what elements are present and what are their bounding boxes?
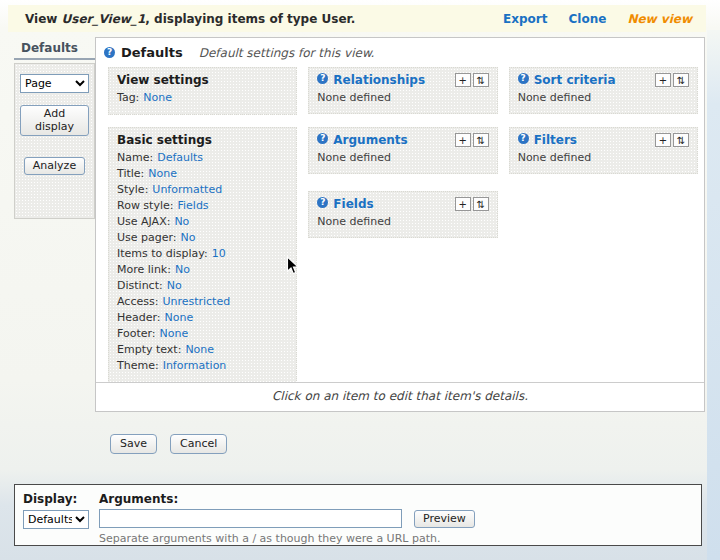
help-icon[interactable]: ? xyxy=(317,197,328,208)
help-icon[interactable]: ? xyxy=(104,47,115,58)
style-value-link[interactable]: Unformatted xyxy=(152,183,222,196)
export-link[interactable]: Export xyxy=(503,12,547,26)
add-icon[interactable]: + xyxy=(655,133,671,147)
items-value-link[interactable]: 10 xyxy=(212,247,226,260)
filters-actions: + ⇅ xyxy=(655,133,689,147)
preview-panel: Display: Defaults Arguments: Preview Sep… xyxy=(14,484,702,546)
page-edge-gradient xyxy=(707,30,720,560)
arguments-input[interactable] xyxy=(99,509,402,528)
add-icon[interactable]: + xyxy=(655,73,671,87)
analyze-button[interactable]: Analyze xyxy=(24,157,85,175)
use-ajax-value-link[interactable]: No xyxy=(174,215,189,228)
setting-row-items: Items to display:10 xyxy=(117,246,288,262)
rearrange-icon[interactable]: ⇅ xyxy=(473,133,489,147)
save-button[interactable]: Save xyxy=(110,434,157,454)
panel-header: ? Defaults Default settings for this vie… xyxy=(96,38,704,64)
display-label: Display: xyxy=(23,492,89,506)
preview-controls: Preview xyxy=(99,509,693,528)
arguments-help-text: Separate arguments with a / as though th… xyxy=(99,532,693,545)
help-icon[interactable]: ? xyxy=(518,133,529,144)
basic-settings-box: Basic settings Name:Defaults Title:None … xyxy=(108,127,297,383)
arguments-actions: + ⇅ xyxy=(455,133,489,147)
rearrange-icon[interactable]: ⇅ xyxy=(473,197,489,211)
add-icon[interactable]: + xyxy=(455,73,471,87)
theme-value-link[interactable]: Information xyxy=(163,359,227,372)
header-links: Export Clone New view xyxy=(503,12,692,26)
arguments-fields-stack: ? Arguments + ⇅ None defined ? Fields + … xyxy=(308,127,497,238)
relationships-link[interactable]: Relationships xyxy=(333,73,425,87)
view-name: User_View_1 xyxy=(62,12,146,26)
access-value-link[interactable]: Unrestricted xyxy=(162,295,230,308)
basic-settings-title: Basic settings xyxy=(117,133,288,147)
fields-empty: None defined xyxy=(317,214,488,229)
setting-row-style: Style:Unformatted xyxy=(117,182,288,198)
tab-defaults[interactable]: Defaults xyxy=(14,40,95,60)
name-value-link[interactable]: Defaults xyxy=(157,151,203,164)
setting-row-empty-text: Empty text:None xyxy=(117,342,288,358)
setting-row-name: Name:Defaults xyxy=(117,150,288,166)
edit-hint: Click on an item to edit that item's det… xyxy=(96,382,704,411)
rearrange-icon[interactable]: ⇅ xyxy=(673,133,689,147)
setting-row-row-style: Row style:Fields xyxy=(117,198,288,214)
help-icon[interactable]: ? xyxy=(518,73,529,84)
rearrange-icon[interactable]: ⇅ xyxy=(473,73,489,87)
preview-display-column: Display: Defaults xyxy=(23,492,89,545)
sort-criteria-link[interactable]: Sort criteria xyxy=(534,73,616,87)
view-settings-title: View settings xyxy=(117,73,288,87)
view-settings-box: View settings Tag:None xyxy=(108,67,297,115)
preview-display-select[interactable]: Defaults xyxy=(23,510,89,529)
tag-value-link[interactable]: None xyxy=(143,91,172,104)
rearrange-icon[interactable]: ⇅ xyxy=(673,73,689,87)
setting-row-distinct: Distinct:No xyxy=(117,278,288,294)
footer-value-link[interactable]: None xyxy=(160,327,189,340)
filters-head: ? Filters + ⇅ xyxy=(518,133,689,147)
new-view-link[interactable]: New view xyxy=(627,12,692,26)
page-title: View User_View_1, displaying items of ty… xyxy=(25,12,503,26)
view-header-bar: View User_View_1, displaying items of ty… xyxy=(8,5,706,32)
row-style-value-link[interactable]: Fields xyxy=(177,199,208,212)
help-icon[interactable]: ? xyxy=(317,73,328,84)
add-icon[interactable]: + xyxy=(455,197,471,211)
display-sidebar: Defaults Page Add display Analyze xyxy=(14,40,95,219)
filters-link[interactable]: Filters xyxy=(534,133,577,147)
use-pager-value-link[interactable]: No xyxy=(181,231,196,244)
display-type-select[interactable]: Page xyxy=(20,74,89,93)
add-icon[interactable]: + xyxy=(455,133,471,147)
display-controls: Page Add display Analyze xyxy=(14,63,95,219)
fields-head: ? Fields + ⇅ xyxy=(317,197,488,211)
display-subtitle: Default settings for this view. xyxy=(199,46,375,60)
setting-row-tag: Tag:None xyxy=(117,90,288,106)
sort-criteria-box: ? Sort criteria + ⇅ None defined xyxy=(509,67,698,114)
add-display-button[interactable]: Add display xyxy=(20,105,89,136)
fields-link[interactable]: Fields xyxy=(333,197,373,211)
fields-box: ? Fields + ⇅ None defined xyxy=(308,191,497,238)
help-icon[interactable]: ? xyxy=(317,133,328,144)
header-value-link[interactable]: None xyxy=(165,311,194,324)
title-prefix: View xyxy=(25,12,62,26)
relationships-box: ? Relationships + ⇅ None defined xyxy=(308,67,497,114)
cancel-button[interactable]: Cancel xyxy=(170,434,227,454)
title-suffix: , displaying items of type User. xyxy=(145,12,355,26)
preview-button[interactable]: Preview xyxy=(414,510,475,528)
preview-arguments-column: Arguments: Preview Separate arguments wi… xyxy=(99,492,693,545)
title-value-link[interactable]: None xyxy=(148,167,177,180)
setting-row-access: Access:Unrestricted xyxy=(117,294,288,310)
sort-criteria-actions: + ⇅ xyxy=(655,73,689,87)
fields-actions: + ⇅ xyxy=(455,197,489,211)
form-actions: Save Cancel xyxy=(110,434,227,454)
sort-criteria-empty: None defined xyxy=(518,90,689,105)
arguments-link[interactable]: Arguments xyxy=(333,133,407,147)
more-link-value-link[interactable]: No xyxy=(175,263,190,276)
arguments-head: ? Arguments + ⇅ xyxy=(317,133,488,147)
empty-text-value-link[interactable]: None xyxy=(185,343,214,356)
arguments-box: ? Arguments + ⇅ None defined xyxy=(308,127,497,174)
distinct-value-link[interactable]: No xyxy=(167,279,182,292)
setting-row-footer: Footer:None xyxy=(117,326,288,342)
relationships-actions: + ⇅ xyxy=(455,73,489,87)
filters-empty: None defined xyxy=(518,150,689,165)
relationships-head: ? Relationships + ⇅ xyxy=(317,73,488,87)
arguments-label: Arguments: xyxy=(99,492,693,506)
clone-link[interactable]: Clone xyxy=(569,12,607,26)
setting-row-theme: Theme:Information xyxy=(117,358,288,374)
setting-row-header: Header:None xyxy=(117,310,288,326)
